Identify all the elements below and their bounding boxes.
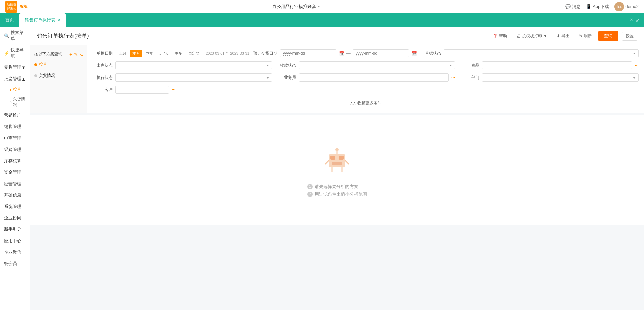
sidebar-item-marketing[interactable]: 营销推广 [0, 110, 30, 121]
delivery-end-input[interactable] [353, 49, 409, 57]
filter-sidebar-item-debt[interactable]: 欠货情况 [30, 70, 87, 81]
sidebar-item-ecom[interactable]: 电商管理 [0, 133, 30, 144]
dept-select[interactable] [482, 73, 639, 82]
payment-label: 收款状态 [276, 63, 296, 68]
sidebar-item-retail[interactable]: 零售管理 ▼ [0, 62, 30, 73]
empty-tip-2: 2 用过滤条件来缩小分析范围 [307, 190, 367, 198]
page-title: 销售订单执行表(按单) [37, 33, 89, 40]
date-tab-last7[interactable]: 近7天 [157, 50, 171, 57]
date-tab-this-month[interactable]: 本月 [130, 50, 142, 57]
filter-group-delivery: 预计交货日期 📅 — 📅 [253, 49, 417, 57]
sidebar-item-sales-mgmt[interactable]: 销售管理 [0, 121, 30, 133]
tip-num-1: 1 [307, 184, 313, 189]
account-dropdown-icon[interactable]: ▼ [317, 5, 321, 8]
user-name: demo2 [625, 4, 639, 9]
delivery-end-calendar-icon[interactable]: 📅 [412, 51, 417, 56]
filter-group-customer: 客户 ··· [93, 86, 180, 94]
customer-more-icon[interactable]: ··· [172, 87, 176, 92]
date-tab-custom[interactable]: 自定义 [186, 50, 202, 57]
date-range-display: 2023-03-01 至 2023-03-31 [206, 51, 249, 56]
topbar-right: 💬 消息 📱 App下载 Ea demo2 [565, 2, 639, 11]
sidebar-item-quicknav[interactable]: ⚡ 快捷导航 [0, 44, 30, 62]
sales-mgmt-label: 销售管理 [4, 124, 21, 130]
filter-add-icon[interactable]: + [69, 52, 72, 57]
wechat-label: 企业微信 [4, 249, 21, 255]
payment-select[interactable] [299, 61, 455, 69]
help-btn[interactable]: ❓ 帮助 [490, 32, 510, 40]
doc-status-select[interactable] [444, 49, 639, 57]
retail-arrow-icon: ▼ [21, 65, 26, 70]
tab-close-icon[interactable]: × [58, 18, 60, 22]
filter-collapse-icon[interactable]: « [80, 52, 83, 57]
sidebar-item-search[interactable]: 🔍 搜索菜单 [0, 27, 30, 44]
exec-select[interactable] [115, 73, 272, 82]
marketing-label: 营销推广 [4, 112, 21, 118]
app-download-btn[interactable]: 📱 App下载 [586, 4, 609, 10]
tab-expand-icon[interactable]: ⤢ [636, 17, 640, 23]
user-menu[interactable]: Ea demo2 [614, 2, 639, 11]
exec-label: 执行状态 [93, 75, 113, 81]
tip-text-1: 请先选择要分析的方案 [315, 183, 358, 190]
help-label: 帮助 [499, 33, 507, 39]
tab-sales-order[interactable]: 销售订单执行表 × [19, 13, 66, 27]
account-name: 办公用品行业模拟账套 [272, 4, 316, 10]
date-tab-last-month[interactable]: 上月 [117, 50, 129, 57]
salesperson-input[interactable] [299, 73, 449, 82]
empty-tips: 1 请先选择要分析的方案 2 用过滤条件来缩小分析范围 [307, 183, 367, 198]
print-label: 按模板打印 [522, 33, 542, 39]
refresh-icon: ↻ [579, 34, 582, 38]
member-label: 畅会员 [4, 261, 17, 267]
sidebar-item-system[interactable]: 系统管理 [0, 201, 30, 212]
filter-debt-label: 欠货情况 [39, 73, 55, 79]
sidebar-item-newbie[interactable]: 新手引导 [0, 224, 30, 235]
filter-group-salesperson: 业务员 ··· [276, 73, 455, 82]
salesperson-more-icon[interactable]: ··· [451, 75, 455, 80]
sidebar-item-order[interactable]: ● 按单 [5, 85, 30, 94]
filter-edit-icon[interactable]: ✎ [74, 52, 78, 57]
sidebar-item-enterprise[interactable]: 企业协同 [0, 212, 30, 224]
sidebar-item-operation[interactable]: 经营管理 [0, 178, 30, 190]
sidebar-item-basic[interactable]: 基础信息 [0, 190, 30, 201]
filter-sidebar-item-order[interactable]: 按单 [30, 59, 87, 70]
date-label: 单据日期 [93, 51, 113, 56]
sidebar-item-wholesale[interactable]: 批发管理 ▲ [0, 73, 30, 85]
date-tab-more[interactable]: 更多 [172, 50, 184, 57]
filter-group-date: 单据日期 上月 本月 本年 近7天 更多 自定义 2023-03-01 至 20… [93, 50, 249, 57]
query-btn[interactable]: 查询 [598, 31, 618, 41]
delivery-label: 预计交货日期 [253, 51, 277, 56]
refresh-btn[interactable]: ↻ 刷新 [576, 32, 594, 40]
doc-status-label: 单据状态 [421, 51, 441, 56]
retail-label: 零售管理 [4, 64, 21, 70]
sidebar-item-member[interactable]: 畅会员 [0, 258, 30, 269]
sidebar-item-wechat[interactable]: 企业微信 [0, 247, 30, 258]
tab-close-window-icon[interactable]: × [630, 17, 633, 23]
tip-text-2: 用过滤条件来缩小分析范围 [315, 190, 367, 198]
help-icon: ❓ [493, 34, 498, 38]
filter-sidebar: 按以下方案查询 + ✎ « 按单 欠货情况 [30, 45, 87, 113]
filter-collapse-btn[interactable]: ∧∧ 收起更多条件 [93, 98, 639, 109]
svg-rect-3 [332, 162, 342, 165]
goods-input[interactable] [482, 61, 632, 69]
message-btn[interactable]: 💬 消息 [565, 4, 581, 10]
message-label: 消息 [572, 4, 581, 10]
goods-label: 商品 [459, 63, 479, 68]
sidebar-item-purchase[interactable]: 采购管理 [0, 144, 30, 155]
filter-row-4: 客户 ··· [93, 86, 639, 94]
outbound-select[interactable] [115, 61, 272, 69]
settings-btn[interactable]: 设置 [622, 32, 637, 41]
print-btn[interactable]: 🖨 按模板打印 ▼ [514, 32, 550, 40]
sidebar-item-appstore[interactable]: 应用中心 [0, 235, 30, 247]
tab-home[interactable]: 首页 [0, 13, 19, 27]
delivery-start-input[interactable] [280, 49, 336, 57]
date-tabs: 上月 本月 本年 近7天 更多 自定义 [117, 50, 202, 57]
export-btn[interactable]: ⬇ 导出 [554, 32, 572, 40]
sidebar-item-finance[interactable]: 资金管理 [0, 167, 30, 178]
date-tab-this-year[interactable]: 本年 [144, 50, 156, 57]
customer-input[interactable] [115, 86, 169, 94]
sidebar-item-debt[interactable]: ○ 欠货情况 [5, 94, 30, 110]
empty-state: 1 请先选择要分析的方案 2 用过滤条件来缩小分析范围 [30, 115, 644, 225]
sidebar-item-inventory[interactable]: 库存核算 [0, 155, 30, 167]
delivery-start-calendar-icon[interactable]: 📅 [339, 51, 344, 56]
inventory-label: 库存核算 [4, 158, 21, 164]
goods-more-icon[interactable]: ··· [635, 63, 639, 68]
